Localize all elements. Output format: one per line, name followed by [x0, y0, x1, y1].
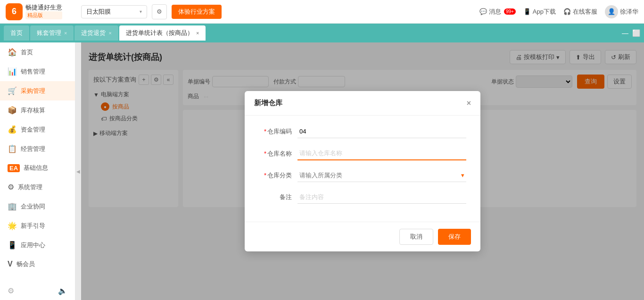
sidebar-label: 资金管理: [21, 125, 45, 134]
chevron-down-icon[interactable]: ▾: [461, 172, 464, 179]
finance-icon: 💰: [8, 125, 17, 134]
sidebar-item-inventory[interactable]: 📦 库存核算: [0, 100, 75, 120]
sidebar-label: 系统管理: [18, 183, 42, 192]
operations-icon: 📋: [8, 144, 17, 153]
tab-label: 账套管理: [37, 29, 61, 37]
sidebar-collapse[interactable]: ◀: [75, 42, 81, 300]
dialog-title: 新增仓库: [254, 99, 282, 108]
category-input[interactable]: [299, 172, 461, 179]
tab-home[interactable]: 首页: [4, 25, 29, 41]
dialog-header: 新增仓库 ×: [245, 91, 480, 116]
tab-purchase-return[interactable]: 进货退货 ×: [74, 25, 118, 41]
sidebar-label: 基础信息: [24, 164, 48, 172]
topbar: 6 畅捷通好生意 精品版 日太阳膜 ▾ ⚙ 体验行业方案 💬 消息 99+ 📱 …: [0, 0, 644, 24]
store-name: 日太阳膜: [86, 8, 111, 16]
logo-area: 6 畅捷通好生意 精品版: [6, 3, 76, 20]
sidebar-label: 首页: [21, 48, 33, 57]
app-download-btn[interactable]: 📱 App下载: [523, 8, 556, 16]
sidebar-item-guide[interactable]: 🌟 新手引导: [0, 216, 75, 235]
logo-icon: 6: [6, 3, 23, 20]
topbar-right: 💬 消息 99+ 📱 App下载 🎧 在线客服 👤 徐泽华: [479, 5, 638, 18]
field-row-code: 仓库编码: [259, 125, 466, 138]
sidebar: 🏠 首页 📊 销售管理 🛒 采购管理 📦 库存核算 💰 资金管理 📋 经营管理 …: [0, 42, 75, 300]
main-content: 进货单统计(按商品) 🖨 按模板打印 ▾ ⬆ 导出 ↺ 刷新: [81, 42, 644, 300]
purchase-icon: 🛒: [8, 86, 17, 95]
dialog-body: 仓库编码 仓库名称 仓库分类 ▾: [245, 116, 480, 222]
sidebar-item-purchase[interactable]: 🛒 采购管理: [0, 81, 75, 100]
messages-btn[interactable]: 💬 消息 99+: [479, 8, 516, 16]
warehouse-code-input[interactable]: [297, 125, 466, 138]
system-icon: ⚙: [8, 183, 14, 192]
phone-icon: 📱: [523, 8, 531, 15]
modal-overlay: 新增仓库 × 仓库编码 仓库名称 仓库分类: [81, 42, 644, 300]
message-icon: 💬: [479, 8, 487, 15]
sidebar-label: 新手引导: [21, 222, 45, 230]
tab-actions: — ⬜: [622, 29, 640, 37]
member-icon: V: [8, 260, 13, 268]
sidebar-bottom: ⚙ 🔈: [0, 282, 75, 300]
cancel-button[interactable]: 取消: [399, 229, 433, 245]
dialog-footer: 取消 保存: [245, 222, 480, 251]
name-label: 仓库名称: [259, 150, 292, 158]
chevron-down-icon: ▾: [140, 9, 142, 14]
sales-icon: 📊: [8, 67, 17, 76]
sidebar-item-sales[interactable]: 📊 销售管理: [0, 62, 75, 81]
sidebar-label: 畅会员: [17, 260, 35, 268]
field-row-name: 仓库名称: [259, 147, 466, 160]
customer-service-btn[interactable]: 🎧 在线客服: [563, 8, 597, 16]
field-row-category: 仓库分类 ▾: [259, 169, 466, 182]
tab-accounts[interactable]: 账套管理 ×: [30, 25, 74, 41]
field-row-remark: 备注: [259, 191, 466, 204]
sidebar-label: 应用中心: [21, 241, 45, 250]
settings-bottom-icon[interactable]: ⚙: [8, 286, 14, 295]
minimize-icon[interactable]: —: [622, 29, 628, 37]
sidebar-label: 企业协同: [21, 202, 45, 211]
sidebar-item-app[interactable]: 📱 应用中心: [0, 235, 75, 255]
sidebar-item-operations[interactable]: 📋 经营管理: [0, 139, 75, 158]
basic-info-icon: EA: [8, 164, 20, 172]
sidebar-label: 经营管理: [21, 145, 45, 153]
warehouse-name-input[interactable]: [297, 147, 466, 160]
tab-purchase-stats[interactable]: 进货单统计表（按商品） ×: [119, 25, 206, 41]
sidebar-item-system[interactable]: ⚙ 系统管理: [0, 177, 75, 197]
save-button[interactable]: 保存: [438, 229, 471, 245]
close-icon[interactable]: ×: [64, 30, 67, 36]
trial-button[interactable]: 体验行业方案: [172, 5, 222, 19]
category-select-wrap: ▾: [297, 169, 466, 182]
sidebar-label: 库存核算: [21, 106, 45, 115]
close-icon[interactable]: ×: [196, 30, 199, 36]
inventory-icon: 📦: [8, 106, 17, 115]
logo-text: 畅捷通好生意: [25, 4, 62, 12]
settings-icon[interactable]: ⚙: [152, 4, 167, 19]
logo-badge: 精品版: [25, 11, 62, 19]
app-icon: 📱: [8, 241, 17, 250]
dialog-add-warehouse: 新增仓库 × 仓库编码 仓库名称 仓库分类: [245, 91, 480, 251]
enterprise-icon: 🏢: [8, 202, 17, 211]
user-menu[interactable]: 👤 徐泽华: [605, 5, 638, 18]
main-layout: 🏠 首页 📊 销售管理 🛒 采购管理 📦 库存核算 💰 资金管理 📋 经营管理 …: [0, 42, 644, 300]
sidebar-item-member[interactable]: V 畅会员: [0, 255, 75, 274]
sidebar-item-home[interactable]: 🏠 首页: [0, 42, 75, 62]
code-label: 仓库编码: [259, 127, 292, 136]
tab-label: 首页: [10, 29, 23, 37]
sidebar-item-finance[interactable]: 💰 资金管理: [0, 120, 75, 139]
sidebar-label: 采购管理: [21, 87, 45, 95]
headset-icon: 🎧: [563, 8, 571, 15]
sidebar-item-enterprise[interactable]: 🏢 企业协同: [0, 197, 75, 216]
category-label: 仓库分类: [259, 171, 292, 180]
close-dialog-button[interactable]: ×: [467, 99, 471, 108]
close-icon[interactable]: ×: [108, 30, 111, 36]
remark-label: 备注: [259, 193, 292, 201]
sidebar-label: 销售管理: [21, 67, 45, 76]
maximize-icon[interactable]: ⬜: [632, 29, 640, 37]
tab-label: 进货单统计表（按商品）: [126, 29, 193, 37]
remark-input[interactable]: [297, 191, 466, 204]
notification-badge: 99+: [504, 8, 516, 15]
speaker-icon[interactable]: 🔈: [58, 286, 67, 295]
sidebar-item-basic-info[interactable]: EA 基础信息: [0, 158, 75, 177]
store-selector[interactable]: 日太阳膜 ▾: [81, 5, 147, 18]
guide-icon: 🌟: [8, 221, 17, 230]
avatar: 👤: [605, 5, 618, 18]
home-icon: 🏠: [8, 48, 17, 57]
tabbar: 首页 账套管理 × 进货退货 × 进货单统计表（按商品） × — ⬜: [0, 24, 644, 42]
